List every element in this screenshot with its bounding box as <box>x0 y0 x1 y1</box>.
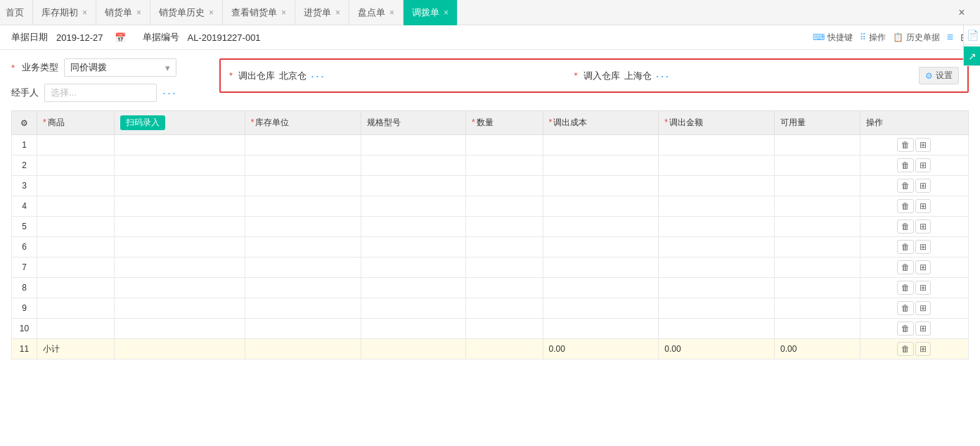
cell-amount[interactable] <box>659 135 775 155</box>
tab-home[interactable]: 首页 <box>6 0 33 25</box>
cell-available[interactable] <box>775 135 860 155</box>
cell-unit[interactable] <box>245 176 361 196</box>
cell-amount[interactable] <box>659 278 775 298</box>
cell-amount[interactable] <box>659 176 775 196</box>
cell-available[interactable] <box>775 176 860 196</box>
cell-available[interactable] <box>775 155 860 176</box>
cell-cost[interactable] <box>543 237 659 257</box>
cell-qty[interactable] <box>465 176 543 196</box>
copy-btn[interactable]: ⊞ <box>915 301 931 315</box>
settings-button[interactable]: ⚙ 设置 <box>919 67 959 84</box>
transfer-out-more-btn[interactable]: ··· <box>311 70 325 82</box>
cell-unit[interactable] <box>245 135 361 155</box>
history-btn[interactable]: 📋 历史单据 <box>893 32 940 44</box>
shortcut-btn[interactable]: ⌨ 快捷键 <box>813 32 853 44</box>
tab-view-sales[interactable]: 查看销货单 × <box>223 0 295 25</box>
cell-amount[interactable] <box>659 298 775 319</box>
cell-product[interactable] <box>37 176 115 196</box>
tab-purchase-order[interactable]: 进货单 × <box>295 0 349 25</box>
delete-btn[interactable]: 🗑 <box>897 199 914 213</box>
cell-available[interactable] <box>775 278 860 298</box>
cell-available[interactable] <box>775 217 860 237</box>
cell-amount[interactable] <box>659 237 775 257</box>
copy-btn[interactable]: ⊞ <box>915 342 931 356</box>
cell-unit[interactable] <box>245 155 361 176</box>
cell-amount[interactable] <box>659 319 775 339</box>
cell-unit[interactable] <box>245 298 361 319</box>
cell-product[interactable] <box>37 217 115 237</box>
cell-product[interactable] <box>37 257 115 278</box>
business-type-select[interactable]: 同价调拨 ▾ <box>64 58 176 77</box>
copy-btn[interactable]: ⊞ <box>915 219 931 234</box>
tab-close-transfer-order[interactable]: × <box>444 8 449 18</box>
cell-qty[interactable] <box>465 339 543 359</box>
cell-product[interactable] <box>37 196 115 217</box>
cell-cost[interactable] <box>543 176 659 196</box>
view-toggle-list[interactable]: ≡ <box>947 31 953 44</box>
tab-close-sales-order[interactable]: × <box>136 8 141 18</box>
copy-btn[interactable]: ⊞ <box>915 199 931 213</box>
cell-available[interactable] <box>775 298 860 319</box>
cell-spec[interactable] <box>361 339 465 359</box>
cell-product[interactable] <box>37 155 115 176</box>
delete-btn[interactable]: 🗑 <box>897 321 914 336</box>
copy-btn[interactable]: ⊞ <box>915 138 931 152</box>
copy-btn[interactable]: ⊞ <box>915 260 931 274</box>
cell-cost[interactable] <box>543 319 659 339</box>
person-select[interactable]: 选择... <box>44 84 157 102</box>
cell-unit[interactable] <box>245 319 361 339</box>
cell-available[interactable] <box>775 237 860 257</box>
cell-unit[interactable] <box>245 196 361 217</box>
cell-available[interactable] <box>775 257 860 278</box>
cell-qty[interactable] <box>465 319 543 339</box>
tab-close-view-sales[interactable]: × <box>281 8 286 18</box>
cell-product[interactable] <box>37 278 115 298</box>
delete-btn[interactable]: 🗑 <box>897 301 914 315</box>
cell-spec[interactable] <box>361 217 465 237</box>
window-close-button[interactable]: × <box>949 0 974 25</box>
col-scan[interactable]: 扫码录入 <box>114 111 245 135</box>
delete-btn[interactable]: 🗑 <box>897 281 914 295</box>
transfer-in-more-btn[interactable]: ··· <box>656 70 671 82</box>
sidebar-export-btn[interactable]: ↗ <box>964 46 980 66</box>
cell-spec[interactable] <box>361 319 465 339</box>
cell-product[interactable] <box>37 237 115 257</box>
cell-qty[interactable] <box>465 237 543 257</box>
tab-inventory-check[interactable]: 盘点单 × <box>349 0 404 25</box>
tab-sales-order[interactable]: 销货单 × <box>96 0 150 25</box>
cell-unit[interactable] <box>245 257 361 278</box>
cell-available[interactable] <box>775 196 860 217</box>
delete-btn[interactable]: 🗑 <box>897 342 914 356</box>
cell-cost[interactable] <box>543 196 659 217</box>
ops-btn[interactable]: ⠿ 操作 <box>860 32 886 44</box>
cell-amount[interactable]: 0.00 <box>659 339 775 359</box>
cell-amount[interactable] <box>659 196 775 217</box>
cell-qty[interactable] <box>465 278 543 298</box>
cell-unit[interactable] <box>245 217 361 237</box>
cell-spec[interactable] <box>361 298 465 319</box>
cell-unit[interactable] <box>245 237 361 257</box>
copy-btn[interactable]: ⊞ <box>915 281 931 295</box>
cell-amount[interactable] <box>659 155 775 176</box>
tab-close-sales-history[interactable]: × <box>209 8 214 18</box>
delete-btn[interactable]: 🗑 <box>897 179 914 193</box>
tab-inventory-init[interactable]: 库存期初 × <box>33 0 96 25</box>
cell-cost[interactable] <box>543 155 659 176</box>
delete-btn[interactable]: 🗑 <box>897 219 914 234</box>
cell-cost[interactable] <box>543 257 659 278</box>
col-gear[interactable]: ⚙ <box>12 111 37 135</box>
cell-cost[interactable] <box>543 217 659 237</box>
tab-sales-history[interactable]: 销货单历史 × <box>150 0 223 25</box>
cell-cost[interactable] <box>543 278 659 298</box>
cell-amount[interactable] <box>659 257 775 278</box>
cell-product[interactable] <box>37 319 115 339</box>
cell-spec[interactable] <box>361 176 465 196</box>
cell-product[interactable] <box>37 298 115 319</box>
cell-qty[interactable] <box>465 196 543 217</box>
cell-qty[interactable] <box>465 155 543 176</box>
copy-btn[interactable]: ⊞ <box>915 240 931 254</box>
cell-spec[interactable] <box>361 135 465 155</box>
sidebar-doc-btn[interactable]: 📄 <box>964 25 980 45</box>
cell-unit[interactable] <box>245 339 361 359</box>
cell-product[interactable] <box>37 135 115 155</box>
